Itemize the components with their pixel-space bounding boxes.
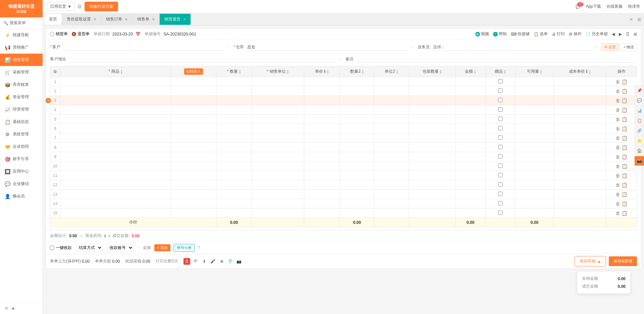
unit2-cell-14[interactable] bbox=[374, 199, 409, 208]
qty-cell-5[interactable] bbox=[216, 115, 252, 124]
available-cell-3[interactable] bbox=[515, 96, 553, 105]
tab-close-2[interactable]: ✕ bbox=[125, 17, 127, 21]
amount-cell-9[interactable] bbox=[455, 152, 485, 162]
unit2-cell-10[interactable] bbox=[374, 162, 409, 171]
unit2-cell-8[interactable] bbox=[374, 143, 409, 152]
help-action[interactable]: ? 帮助 bbox=[493, 31, 507, 37]
amount-cell-14[interactable] bbox=[455, 199, 485, 208]
sidebar-item-operations[interactable]: 📈 经营管理 bbox=[0, 103, 43, 116]
user-name[interactable]: 徐泽华 bbox=[628, 4, 640, 9]
tab-close-1[interactable]: ✕ bbox=[94, 17, 96, 21]
task-icon-2[interactable]: 中 bbox=[192, 258, 199, 265]
right-btn-7[interactable]: 🏠 bbox=[635, 146, 644, 155]
category-select[interactable]: 日用百货 ▼ bbox=[47, 2, 74, 11]
gift-cell-11[interactable] bbox=[485, 171, 515, 180]
cost-unit-cell-4[interactable] bbox=[554, 105, 606, 115]
sidebar-item-enterprise[interactable]: 🤝 企业协同 bbox=[0, 140, 43, 153]
gift-cell-6[interactable] bbox=[485, 124, 515, 133]
logistics-btn[interactable]: + 物流 bbox=[621, 43, 637, 51]
tab-4[interactable]: 销货退货✕ bbox=[160, 14, 191, 25]
available-cell-2[interactable] bbox=[515, 86, 553, 96]
qty2-cell-6[interactable] bbox=[340, 124, 374, 133]
qty-cell-9[interactable] bbox=[216, 152, 252, 162]
delete-btn-13[interactable]: 🗑 bbox=[615, 192, 620, 197]
sidebar-item-system[interactable]: ⚙ 系统管理 bbox=[0, 128, 43, 140]
gift-checkbox-8[interactable] bbox=[498, 145, 502, 149]
gift-cell-1[interactable] bbox=[485, 77, 515, 86]
copy-btn-3[interactable]: 📋 bbox=[622, 98, 627, 103]
collapse-icon[interactable]: ◀ bbox=[11, 306, 14, 311]
unit2-cell-15[interactable] bbox=[374, 208, 409, 218]
salesperson-dots[interactable]: ··· bbox=[594, 45, 597, 49]
available-cell-7[interactable] bbox=[515, 133, 553, 143]
qty2-cell-14[interactable] bbox=[340, 199, 374, 208]
sidebar-item-shortcuts[interactable]: ⚡ 快捷导航 bbox=[0, 29, 43, 41]
account-select[interactable]: 收款账号 bbox=[106, 244, 133, 252]
unit-price-cell-10[interactable] bbox=[304, 162, 340, 171]
sales-unit-cell-3[interactable] bbox=[252, 96, 304, 105]
sales-unit-cell-11[interactable] bbox=[252, 171, 304, 180]
tab-close-3[interactable]: ✕ bbox=[152, 17, 155, 21]
save-new-btn[interactable]: 保存&新增 bbox=[609, 256, 637, 266]
sidebar-item-guide[interactable]: 🎯 新手引导 bbox=[0, 153, 43, 165]
pkg-qty-cell-2[interactable] bbox=[409, 86, 455, 96]
qty-cell-6[interactable] bbox=[216, 124, 252, 133]
unit-price-cell-6[interactable] bbox=[304, 124, 340, 133]
unit-price-cell-4[interactable] bbox=[304, 105, 340, 115]
amount-cell-5[interactable] bbox=[455, 115, 485, 124]
pkg-qty-cell-10[interactable] bbox=[409, 162, 455, 171]
message-icon[interactable]: 💬 70 bbox=[576, 4, 581, 9]
qty-cell-10[interactable] bbox=[216, 162, 252, 171]
task-icon-4[interactable]: 🎤 bbox=[210, 258, 216, 265]
tab-close-icon[interactable]: ✕ bbox=[628, 16, 635, 23]
print-action[interactable]: 🖨 打印 bbox=[552, 31, 565, 37]
gift-checkbox-4[interactable] bbox=[498, 107, 502, 112]
copy-btn-7[interactable]: 📋 bbox=[622, 135, 627, 141]
available-cell-6[interactable] bbox=[515, 124, 553, 133]
unit-price-cell-7[interactable] bbox=[304, 133, 340, 143]
sidebar-item-wechat[interactable]: 💬 企业微信 bbox=[0, 178, 43, 190]
sidebar-item-sales[interactable]: 📊 销售管理 bbox=[0, 54, 43, 66]
pkg-qty-cell-3[interactable] bbox=[409, 96, 455, 105]
amount-cell-12[interactable] bbox=[455, 180, 485, 190]
available-cell-10[interactable] bbox=[515, 162, 553, 171]
product-cell-11[interactable] bbox=[60, 171, 171, 180]
pkg-qty-cell-5[interactable] bbox=[409, 115, 455, 124]
delete-btn-6[interactable]: 🗑 bbox=[615, 126, 620, 131]
qty-cell-3[interactable] bbox=[216, 96, 252, 105]
qty2-cell-4[interactable] bbox=[340, 105, 374, 115]
product-cell-2[interactable] bbox=[60, 86, 171, 96]
unit-price-cell-2[interactable] bbox=[304, 86, 340, 96]
gift-cell-7[interactable] bbox=[485, 133, 515, 143]
sales-unit-cell-9[interactable] bbox=[252, 152, 304, 162]
radio-sale[interactable]: 销货单 bbox=[50, 31, 68, 37]
gift-cell-3[interactable] bbox=[485, 96, 515, 105]
remarks-input[interactable] bbox=[356, 56, 637, 63]
available-cell-12[interactable] bbox=[515, 180, 553, 190]
qty2-cell-11[interactable] bbox=[340, 171, 374, 180]
sidebar-item-purchase[interactable]: 🛒 采购管理 bbox=[0, 66, 43, 78]
unit-price-cell-13[interactable] bbox=[304, 190, 340, 199]
tab-1[interactable]: 售价提取设置✕ bbox=[62, 14, 101, 25]
view-grid-icon[interactable]: ⊞ bbox=[634, 32, 637, 37]
cost-unit-cell-7[interactable] bbox=[554, 133, 606, 143]
qty-cell-13[interactable] bbox=[216, 190, 252, 199]
gift-checkbox-11[interactable] bbox=[498, 173, 502, 177]
settings-btn[interactable]: ⚙ 设置 bbox=[601, 43, 619, 51]
app-download-link[interactable]: App下载 bbox=[586, 4, 601, 9]
delete-btn-12[interactable]: 🗑 bbox=[615, 182, 620, 188]
sales-unit-cell-12[interactable] bbox=[252, 180, 304, 190]
settings-icon[interactable]: ⚙ bbox=[5, 306, 8, 311]
cost-unit-cell-3[interactable] bbox=[554, 96, 606, 105]
available-cell-9[interactable] bbox=[515, 152, 553, 162]
product-cell-5[interactable] bbox=[60, 115, 171, 124]
cost-unit-cell-8[interactable] bbox=[554, 143, 606, 152]
sales-unit-cell-14[interactable] bbox=[252, 199, 304, 208]
gift-checkbox-10[interactable] bbox=[498, 164, 502, 168]
qty-cell-14[interactable] bbox=[216, 199, 252, 208]
tab-0[interactable]: 首页 bbox=[44, 14, 62, 25]
unit-price-cell-11[interactable] bbox=[304, 171, 340, 180]
product-cell-4[interactable] bbox=[60, 105, 171, 115]
product-cell-1[interactable] bbox=[60, 77, 171, 86]
copy-btn-1[interactable]: 📋 bbox=[622, 79, 627, 84]
